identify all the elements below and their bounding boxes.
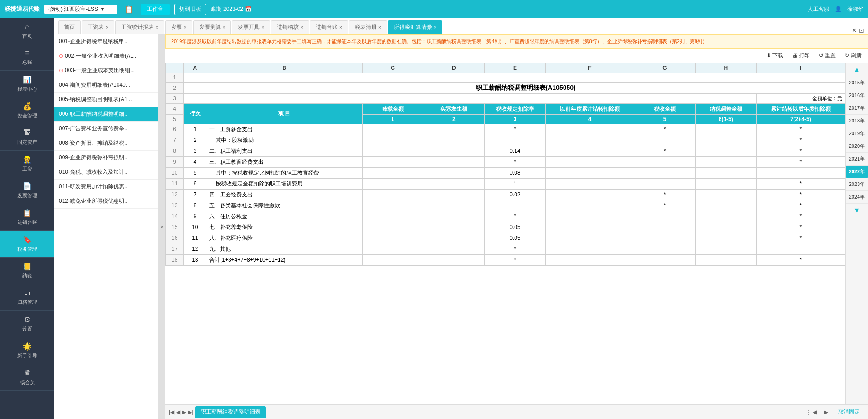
tab-payroll-report[interactable]: 工资统计报表 × [115, 20, 164, 34]
sidebar-item-invoice[interactable]: 📄 发票管理 [0, 177, 54, 204]
cell-g[interactable] [634, 156, 696, 167]
tab-income-tax[interactable]: 所得税汇算清缴 × [388, 20, 442, 34]
cell-g[interactable] [634, 222, 696, 233]
form-list-item-002[interactable]: ⊙ 002-一般企业收入明细表(A1... [54, 49, 158, 63]
cell-c[interactable] [362, 156, 423, 167]
cell-d[interactable] [423, 167, 485, 178]
tab-invoice-issue[interactable]: 发票开具 × [232, 20, 270, 34]
company-selector[interactable]: (勿动) 江西股宝-LSS ▼ [44, 5, 117, 14]
cell-seq[interactable]: 8 [184, 200, 206, 211]
cell-h[interactable] [695, 254, 756, 265]
year-item-2016[interactable]: 2016年 [846, 89, 868, 102]
cell-seq[interactable]: 1 [184, 124, 206, 135]
tab-payslip[interactable]: 工资表 × [82, 20, 114, 34]
cell-g[interactable]: * [634, 189, 696, 200]
cell-item[interactable]: 七、补充养老保险 [206, 222, 363, 233]
cell-g[interactable] [634, 211, 696, 222]
cell-h[interactable] [695, 244, 756, 254]
sheet-nav-last-button[interactable]: ▶| [188, 409, 193, 415]
close-icon[interactable]: × [184, 25, 186, 30]
cell-e[interactable] [485, 135, 546, 146]
cell-i[interactable]: * [756, 222, 845, 233]
cell-c[interactable] [362, 200, 423, 211]
year-item-2020[interactable]: 2020年 [846, 140, 868, 153]
form-list-item-004[interactable]: 004-期间费用明细表(A1040... [54, 78, 158, 93]
cell-B1[interactable] [206, 73, 845, 82]
cell-g[interactable] [634, 244, 696, 254]
close-icon[interactable]: × [300, 25, 303, 30]
cell-item[interactable]: 其中：按税收规定比例扣除的职工教育经费 [206, 167, 363, 178]
cell-e[interactable]: 0.08 [485, 167, 546, 178]
year-item-2024[interactable]: 2024年 [846, 191, 868, 204]
close-icon[interactable]: × [378, 25, 381, 30]
cell-c[interactable] [362, 124, 423, 135]
cell-item[interactable]: 六、住房公积金 [206, 211, 363, 222]
cell-c[interactable] [362, 135, 423, 146]
year-item-2019[interactable]: 2019年 [846, 127, 868, 140]
cell-h[interactable] [695, 135, 756, 146]
sheet-tab-active[interactable]: 职工薪酬纳税调整明细表 [195, 406, 266, 418]
cell-i[interactable]: * [756, 233, 845, 244]
sidebar-item-closing[interactable]: 📒 结账 [0, 258, 54, 284]
cell-i[interactable]: * [756, 189, 845, 200]
cell-seq[interactable]: 7 [184, 189, 206, 200]
tab-tax-list[interactable]: 税表清册 × [349, 20, 387, 34]
form-list-item-011[interactable]: 011-研发费用加计扣除优惠... [54, 180, 158, 194]
form-list-item-006[interactable]: 006-职工薪酬纳税调整明细... [54, 107, 158, 122]
tab-home[interactable]: 首页 [58, 20, 81, 34]
cell-g[interactable]: * [634, 200, 696, 211]
cell-i[interactable]: * [756, 124, 845, 135]
tab-purchase-check[interactable]: 进销稽核 × [271, 20, 309, 34]
cell-e[interactable]: 0.05 [485, 233, 546, 244]
cell-h[interactable] [695, 211, 756, 222]
scroll-right-button[interactable]: ▶ [824, 409, 828, 415]
form-list-item-009[interactable]: 009-企业所得税弥补亏损明... [54, 151, 158, 165]
cell-seq[interactable]: 4 [184, 156, 206, 167]
collapse-panel-button[interactable]: « [159, 34, 165, 419]
sidebar-item-home[interactable]: ⌂ 首页 [0, 18, 54, 44]
tab-invoice-calc[interactable]: 发票测算 × [193, 20, 231, 34]
close-icon[interactable]: × [339, 25, 342, 30]
cell-d[interactable] [423, 124, 485, 135]
cell-e[interactable]: 0.02 [485, 189, 546, 200]
cell-f[interactable] [545, 200, 634, 211]
cell-A3[interactable] [184, 93, 206, 103]
year-scroll-up-button[interactable]: ▲ [851, 63, 863, 77]
form-list-item-012[interactable]: 012-减免企业所得税优惠明... [54, 194, 158, 209]
cell-g[interactable] [634, 167, 696, 178]
form-list-item-003[interactable]: ⊙ 003-一般企业成本支出明细... [54, 63, 158, 78]
print-button[interactable]: 🖨 打印 [790, 50, 813, 61]
scroll-left-button[interactable]: ◀ [813, 409, 817, 415]
cell-c[interactable] [362, 189, 423, 200]
sidebar-item-archive[interactable]: 🗂 归档管理 [0, 284, 54, 311]
sidebar-item-funds[interactable]: 💰 资金管理 [0, 97, 54, 124]
cell-item[interactable]: 五、各类基本社会保障性繳款 [206, 200, 363, 211]
form-list-item-007[interactable]: 007-广告费和业务宣传费举... [54, 122, 158, 136]
cell-c[interactable] [362, 178, 423, 189]
sidebar-item-settings[interactable]: ⚙ 设置 [0, 311, 54, 337]
year-item-2018[interactable]: 2018年 [846, 115, 868, 127]
cell-f[interactable] [545, 135, 634, 146]
cell-g[interactable]: * [634, 146, 696, 156]
cell-g[interactable] [634, 233, 696, 244]
cell-f[interactable] [545, 167, 634, 178]
cell-B3[interactable] [206, 93, 756, 103]
cell-h[interactable] [695, 124, 756, 135]
cell-g[interactable] [634, 135, 696, 146]
form-list-item-010[interactable]: 010-免税、减收收入及加计... [54, 165, 158, 180]
cell-seq[interactable]: 12 [184, 244, 206, 254]
cell-f[interactable] [545, 222, 634, 233]
sidebar-item-assets[interactable]: 🏗 固定资产 [0, 124, 54, 151]
cell-h[interactable] [695, 233, 756, 244]
workbench-button[interactable]: 工作台 [141, 4, 170, 15]
cell-h[interactable] [695, 189, 756, 200]
cell-h[interactable] [695, 146, 756, 156]
cell-i[interactable]: * [756, 135, 845, 146]
cell-d[interactable] [423, 135, 485, 146]
form-list-item-001[interactable]: 001-企业所得税年度纳税申... [54, 34, 158, 49]
cell-f[interactable] [545, 124, 634, 135]
form-list-item-005[interactable]: 005-纳税调整项目明细表(A1... [54, 93, 158, 107]
cell-seq[interactable]: 2 [184, 135, 206, 146]
tab-purchase-ledger[interactable]: 进销台账 × [310, 20, 348, 34]
cell-d[interactable] [423, 200, 485, 211]
